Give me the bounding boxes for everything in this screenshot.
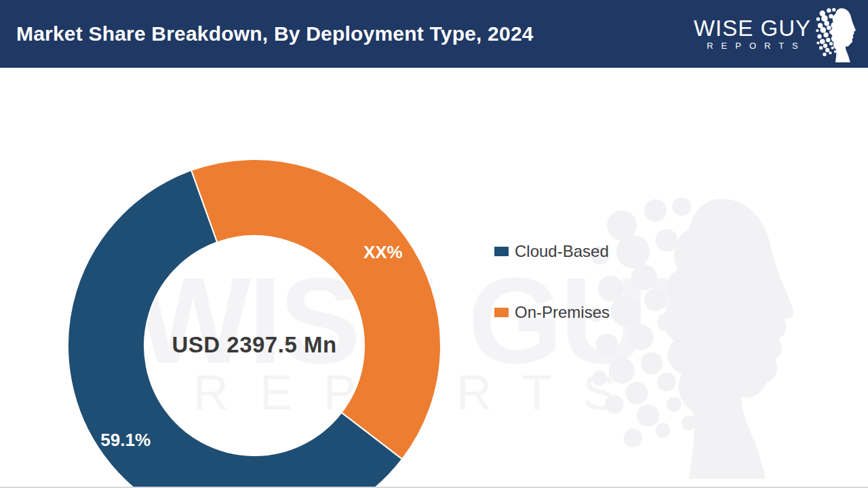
legend-swatch <box>494 247 509 256</box>
slice-label-cloud-based: 59.1% <box>100 430 151 450</box>
legend: Cloud-BasedOn-Premises <box>494 242 610 322</box>
brand-subtitle: REPORTS <box>707 41 806 52</box>
center-value-label: USD 2397.5 Mn <box>105 332 403 358</box>
header: Market Share Breakdown, By Deployment Ty… <box>0 0 868 68</box>
face-profile-dots-icon <box>815 5 859 63</box>
slice-label-on-premises: XX% <box>363 242 403 262</box>
brand-logo-text: WISE GUY REPORTS <box>694 17 811 51</box>
report-slide: Market Share Breakdown, By Deployment Ty… <box>0 0 868 488</box>
donut-chart: 59.1%XX% <box>41 146 468 488</box>
legend-label: Cloud-Based <box>515 242 609 261</box>
legend-item-on-premises: On-Premises <box>494 303 610 322</box>
donut-slice-on-premises <box>191 159 441 459</box>
chart-area: WISE GUY REPORTS 59.1%XX% USD 2397.5 Mn … <box>0 68 868 488</box>
page-title: Market Share Breakdown, By Deployment Ty… <box>16 22 534 45</box>
brand-logo: WISE GUY REPORTS <box>694 5 859 63</box>
legend-label: On-Premises <box>515 303 610 322</box>
watermark-face-profile-dots-icon <box>585 184 808 483</box>
brand-name: WISE GUY <box>694 17 811 41</box>
legend-swatch <box>494 308 509 317</box>
legend-item-cloud-based: Cloud-Based <box>494 242 610 261</box>
